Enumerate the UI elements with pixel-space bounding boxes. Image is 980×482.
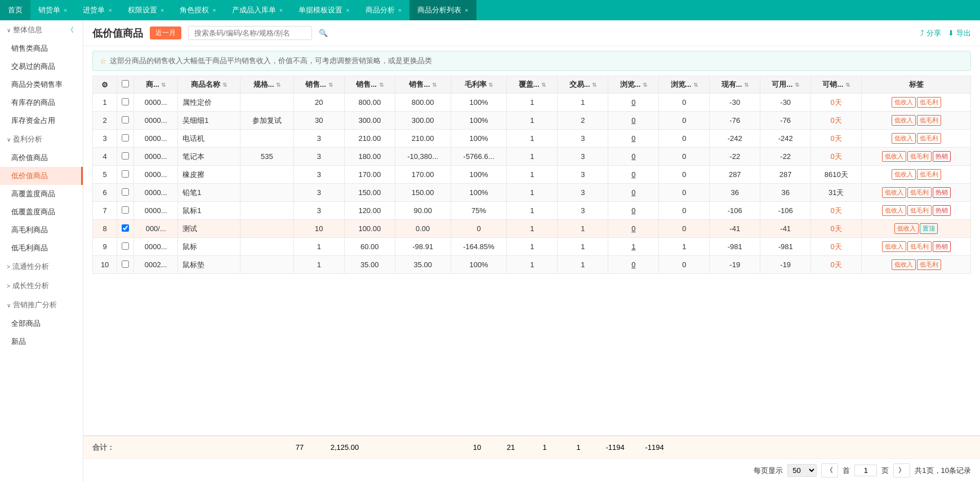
row-checkbox[interactable] — [122, 224, 129, 232]
th-margin[interactable]: 毛利率 ⇅ — [451, 76, 507, 94]
row-checkbox-cell[interactable] — [117, 238, 134, 256]
row-checkbox-cell[interactable] — [117, 256, 134, 274]
sidebar-item-low-coverage[interactable]: 低覆盖度商品 — [0, 203, 83, 221]
th-browse2[interactable]: 浏览... ⇅ — [659, 76, 710, 94]
th-sale1[interactable]: 销售... ⇅ — [293, 76, 344, 94]
sidebar-item-traded-products[interactable]: 交易过的商品 — [0, 58, 83, 76]
nav-item-permissions[interactable]: 权限设置 × — [120, 0, 172, 20]
th-checkbox[interactable] — [117, 76, 134, 94]
share-btn[interactable]: ⤴ 分享 — [920, 28, 941, 38]
row-checkbox[interactable] — [122, 242, 129, 250]
th-coverage[interactable]: 覆盖... ⇅ — [507, 76, 558, 94]
close-icon[interactable]: × — [398, 7, 402, 14]
sidebar-group-growth[interactable]: > 成长性分析 — [0, 276, 83, 295]
sidebar-item-all-products[interactable]: 全部商品 — [0, 315, 83, 333]
nav-item-product-analysis[interactable]: 商品分析 × — [358, 0, 409, 20]
nav-item-product-analysis-list[interactable]: 商品分析列表 × — [409, 0, 476, 20]
search-input[interactable] — [188, 26, 312, 40]
row-checkbox[interactable] — [122, 188, 129, 196]
th-trade[interactable]: 交易... ⇅ — [558, 76, 608, 94]
close-icon[interactable]: × — [64, 7, 67, 14]
row-checkbox-cell[interactable] — [117, 184, 134, 202]
close-icon[interactable]: × — [279, 7, 283, 14]
row-checkbox[interactable] — [122, 170, 129, 178]
browse1-link[interactable]: 1 — [631, 242, 635, 251]
row-checkbox-cell[interactable] — [117, 166, 134, 184]
row-browse1[interactable]: 0 — [608, 256, 659, 274]
prev-page-btn[interactable]: 《 — [821, 463, 838, 477]
browse1-link[interactable]: 0 — [631, 170, 635, 179]
sidebar-item-low-value[interactable]: 低价值商品 — [0, 167, 83, 185]
row-checkbox-cell[interactable] — [117, 202, 134, 220]
browse1-link[interactable]: 0 — [631, 224, 635, 233]
th-available[interactable]: 可用... ⇅ — [760, 76, 811, 94]
row-browse1[interactable]: 0 — [608, 94, 659, 112]
close-icon[interactable]: × — [108, 7, 112, 14]
sidebar-group-profit[interactable]: ∨ 盈利分析 — [0, 130, 83, 149]
th-sale2[interactable]: 销售... ⇅ — [344, 76, 395, 94]
th-browse1[interactable]: 浏览... ⇅ — [608, 76, 659, 94]
th-spec[interactable]: 规格... ⇅ — [240, 76, 294, 94]
export-btn[interactable]: ⬇ 导出 — [948, 28, 971, 38]
sidebar-item-high-value[interactable]: 高价值商品 — [0, 149, 83, 167]
browse1-link[interactable]: 0 — [631, 116, 635, 125]
row-checkbox-cell[interactable] — [117, 148, 134, 166]
nav-item-sales[interactable]: 销货单 × — [30, 0, 75, 20]
close-icon[interactable]: × — [212, 7, 216, 14]
sidebar-item-inventory-capital[interactable]: 库存资金占用 — [0, 112, 83, 130]
close-icon[interactable]: × — [346, 7, 349, 14]
sidebar-item-sales-products[interactable]: 销售类商品 — [0, 39, 83, 58]
sidebar-group-marketing[interactable]: ∨ 营销推广分析 — [0, 295, 83, 315]
browse1-link[interactable]: 0 — [631, 188, 635, 197]
row-checkbox[interactable] — [122, 98, 129, 105]
row-checkbox[interactable] — [122, 152, 129, 160]
th-code[interactable]: 商... ⇅ — [134, 76, 178, 94]
nav-item-finished-goods[interactable]: 产成品入库单 × — [224, 0, 291, 20]
row-browse1[interactable]: 1 — [608, 238, 659, 256]
select-all-checkbox[interactable] — [122, 80, 129, 87]
th-sale3[interactable]: 销售... ⇅ — [395, 76, 451, 94]
sidebar-group-overall[interactable]: ∨ 整体信息 《 — [0, 20, 83, 39]
sidebar-item-low-margin[interactable]: 低毛利商品 — [0, 239, 83, 257]
sidebar-collapse-btn[interactable]: 《 — [65, 25, 76, 35]
th-name[interactable]: 商品名称 ⇅ — [178, 76, 240, 94]
sidebar-item-category-sales[interactable]: 商品分类销售率 — [0, 76, 83, 94]
browse1-link[interactable]: 0 — [631, 260, 635, 269]
nav-item-templates[interactable]: 单据模板设置 × — [291, 0, 357, 20]
sidebar-item-new-products[interactable]: 新品 — [0, 333, 83, 351]
th-saleable[interactable]: 可销... ⇅ — [811, 76, 862, 94]
browse1-link[interactable]: 0 — [631, 152, 635, 161]
row-browse1[interactable]: 0 — [608, 166, 659, 184]
row-checkbox[interactable] — [122, 134, 129, 141]
close-icon[interactable]: × — [465, 7, 468, 14]
close-icon[interactable]: × — [161, 7, 164, 14]
sidebar-item-high-margin[interactable]: 高毛利商品 — [0, 221, 83, 239]
page-input[interactable] — [854, 465, 877, 476]
row-browse1[interactable]: 0 — [608, 148, 659, 166]
row-browse1[interactable]: 0 — [608, 184, 659, 202]
row-browse1[interactable]: 0 — [608, 130, 659, 148]
row-checkbox[interactable] — [122, 206, 129, 214]
th-settings[interactable]: ⚙ — [93, 76, 117, 94]
row-checkbox-cell[interactable] — [117, 130, 134, 148]
row-checkbox-cell[interactable] — [117, 94, 134, 112]
next-page-btn[interactable]: 》 — [893, 463, 910, 477]
sidebar-item-inventory-products[interactable]: 有库存的商品 — [0, 94, 83, 112]
browse1-link[interactable]: 0 — [631, 134, 635, 143]
nav-item-purchase[interactable]: 进货单 × — [75, 0, 119, 20]
nav-item-roles[interactable]: 角色授权 × — [172, 0, 224, 20]
row-browse1[interactable]: 0 — [608, 112, 659, 130]
filter-recent-month-btn[interactable]: 近一月 — [150, 26, 181, 39]
row-browse1[interactable]: 0 — [608, 220, 659, 238]
row-checkbox[interactable] — [122, 260, 129, 268]
nav-item-home[interactable]: 首页 — [0, 0, 30, 20]
browse1-link[interactable]: 0 — [631, 98, 635, 107]
search-icon[interactable]: 🔍 — [319, 29, 328, 37]
row-checkbox-cell[interactable] — [117, 112, 134, 130]
sidebar-group-flow[interactable]: > 流通性分析 — [0, 257, 83, 276]
row-browse1[interactable]: 0 — [608, 202, 659, 220]
sidebar-item-high-coverage[interactable]: 高覆盖度商品 — [0, 185, 83, 203]
row-checkbox[interactable] — [122, 116, 129, 123]
th-current[interactable]: 现有... ⇅ — [710, 76, 760, 94]
browse1-link[interactable]: 0 — [631, 206, 635, 215]
